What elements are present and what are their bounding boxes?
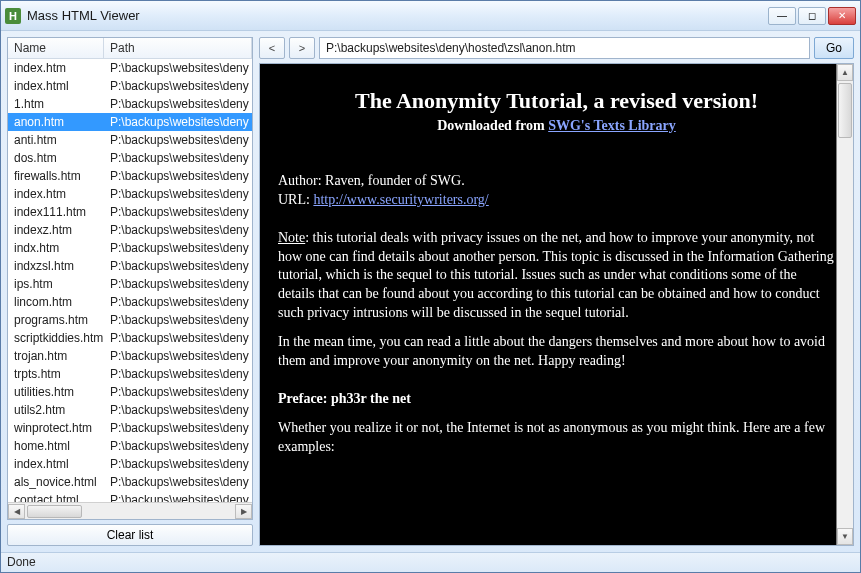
file-path: P:\backups\websites\deny — [104, 187, 252, 201]
horizontal-scrollbar[interactable]: ◀ ▶ — [8, 502, 252, 519]
file-row[interactable]: index.htmlP:\backups\websites\deny — [8, 455, 252, 473]
file-name: index111.htm — [8, 205, 104, 219]
scroll-right-icon[interactable]: ▶ — [235, 504, 252, 519]
file-row[interactable]: lincom.htmP:\backups\websites\deny — [8, 293, 252, 311]
file-path: P:\backups\websites\deny — [104, 223, 252, 237]
file-name: programs.htm — [8, 313, 104, 327]
note-paragraph: Note: this tutorial deals with privacy i… — [278, 229, 835, 323]
address-input[interactable] — [319, 37, 810, 59]
scroll-left-icon[interactable]: ◀ — [8, 504, 25, 519]
file-name: anon.htm — [8, 115, 104, 129]
subtitle-link[interactable]: SWG's Texts Library — [548, 118, 676, 133]
url-link[interactable]: http://www.securitywriters.org/ — [313, 192, 488, 207]
file-row[interactable]: winprotect.htmP:\backups\websites\deny — [8, 419, 252, 437]
file-name: indx.htm — [8, 241, 104, 255]
file-name: index.htm — [8, 61, 104, 75]
file-row[interactable]: anon.htmP:\backups\websites\deny — [8, 113, 252, 131]
file-name: winprotect.htm — [8, 421, 104, 435]
scroll-up-icon[interactable]: ▲ — [837, 64, 853, 81]
url-line: URL: http://www.securitywriters.org/ — [278, 191, 835, 210]
page-subtitle: Downloaded from SWG's Texts Library — [278, 118, 835, 134]
titlebar[interactable]: H Mass HTML Viewer — ◻ ✕ — [1, 1, 860, 31]
window-title: Mass HTML Viewer — [27, 8, 768, 23]
file-name: dos.htm — [8, 151, 104, 165]
scroll-track[interactable] — [837, 81, 853, 528]
file-name: 1.htm — [8, 97, 104, 111]
preface-heading: Preface: ph33r the net — [278, 390, 835, 409]
scroll-thumb[interactable] — [27, 505, 82, 518]
file-path: P:\backups\websites\deny — [104, 457, 252, 471]
file-path: P:\backups\websites\deny — [104, 331, 252, 345]
file-row[interactable]: programs.htmP:\backups\websites\deny — [8, 311, 252, 329]
file-row[interactable]: utilities.htmP:\backups\websites\deny — [8, 383, 252, 401]
viewer-vertical-scrollbar[interactable]: ▲ ▼ — [836, 64, 853, 545]
file-row[interactable]: 1.htmP:\backups\websites\deny — [8, 95, 252, 113]
file-path: P:\backups\websites\deny — [104, 493, 252, 502]
file-row[interactable]: trpts.htmP:\backups\websites\deny — [8, 365, 252, 383]
file-row[interactable]: als_novice.htmlP:\backups\websites\deny — [8, 473, 252, 491]
file-path: P:\backups\websites\deny — [104, 205, 252, 219]
file-row[interactable]: home.htmlP:\backups\websites\deny — [8, 437, 252, 455]
file-path: P:\backups\websites\deny — [104, 295, 252, 309]
file-path: P:\backups\websites\deny — [104, 115, 252, 129]
file-row[interactable]: ips.htmP:\backups\websites\deny — [8, 275, 252, 293]
file-list: Name Path index.htmP:\backups\websites\d… — [7, 37, 253, 520]
file-path: P:\backups\websites\deny — [104, 61, 252, 75]
file-name: contact.html — [8, 493, 104, 502]
file-name: indxzsl.htm — [8, 259, 104, 273]
left-pane: Name Path index.htmP:\backups\websites\d… — [7, 37, 253, 546]
file-row[interactable]: indxzsl.htmP:\backups\websites\deny — [8, 257, 252, 275]
file-path: P:\backups\websites\deny — [104, 241, 252, 255]
right-pane: < > Go The Anonymity Tutorial, a revised… — [259, 37, 854, 546]
file-path: P:\backups\websites\deny — [104, 277, 252, 291]
file-row[interactable]: indx.htmP:\backups\websites\deny — [8, 239, 252, 257]
preface-paragraph: Whether you realize it or not, the Inter… — [278, 419, 835, 457]
content-area: Name Path index.htmP:\backups\websites\d… — [1, 31, 860, 552]
scroll-down-icon[interactable]: ▼ — [837, 528, 853, 545]
html-viewer[interactable]: The Anonymity Tutorial, a revised versio… — [259, 63, 854, 546]
file-path: P:\backups\websites\deny — [104, 259, 252, 273]
file-name: home.html — [8, 439, 104, 453]
file-list-body[interactable]: index.htmP:\backups\websites\denyindex.h… — [8, 59, 252, 502]
go-button[interactable]: Go — [814, 37, 854, 59]
file-row[interactable]: scriptkiddies.htmP:\backups\websites\den… — [8, 329, 252, 347]
file-row[interactable]: index.htmP:\backups\websites\deny — [8, 59, 252, 77]
status-bar: Done — [1, 552, 860, 572]
file-row[interactable]: index111.htmP:\backups\websites\deny — [8, 203, 252, 221]
forward-button[interactable]: > — [289, 37, 315, 59]
page-title: The Anonymity Tutorial, a revised versio… — [278, 88, 835, 114]
file-name: utils2.htm — [8, 403, 104, 417]
app-window: H Mass HTML Viewer — ◻ ✕ Name Path index… — [0, 0, 861, 573]
minimize-button[interactable]: — — [768, 7, 796, 25]
scroll-track[interactable] — [25, 504, 235, 519]
file-row[interactable]: index.htmlP:\backups\websites\deny — [8, 77, 252, 95]
maximize-button[interactable]: ◻ — [798, 7, 826, 25]
note-label: Note — [278, 230, 305, 245]
file-path: P:\backups\websites\deny — [104, 403, 252, 417]
column-path[interactable]: Path — [104, 38, 252, 58]
file-name: scriptkiddies.htm — [8, 331, 104, 345]
file-row[interactable]: firewalls.htmP:\backups\websites\deny — [8, 167, 252, 185]
file-row[interactable]: utils2.htmP:\backups\websites\deny — [8, 401, 252, 419]
file-row[interactable]: trojan.htmP:\backups\websites\deny — [8, 347, 252, 365]
file-list-header[interactable]: Name Path — [8, 38, 252, 59]
scroll-thumb[interactable] — [838, 83, 852, 138]
app-icon: H — [5, 8, 21, 24]
column-name[interactable]: Name — [8, 38, 104, 58]
file-path: P:\backups\websites\deny — [104, 421, 252, 435]
file-path: P:\backups\websites\deny — [104, 313, 252, 327]
file-row[interactable]: index.htmP:\backups\websites\deny — [8, 185, 252, 203]
file-name: trojan.htm — [8, 349, 104, 363]
file-row[interactable]: contact.htmlP:\backups\websites\deny — [8, 491, 252, 502]
file-name: utilities.htm — [8, 385, 104, 399]
file-name: ips.htm — [8, 277, 104, 291]
file-path: P:\backups\websites\deny — [104, 169, 252, 183]
file-path: P:\backups\websites\deny — [104, 385, 252, 399]
file-path: P:\backups\websites\deny — [104, 97, 252, 111]
file-row[interactable]: indexz.htmP:\backups\websites\deny — [8, 221, 252, 239]
back-button[interactable]: < — [259, 37, 285, 59]
file-row[interactable]: anti.htmP:\backups\websites\deny — [8, 131, 252, 149]
close-button[interactable]: ✕ — [828, 7, 856, 25]
clear-list-button[interactable]: Clear list — [7, 524, 253, 546]
file-row[interactable]: dos.htmP:\backups\websites\deny — [8, 149, 252, 167]
